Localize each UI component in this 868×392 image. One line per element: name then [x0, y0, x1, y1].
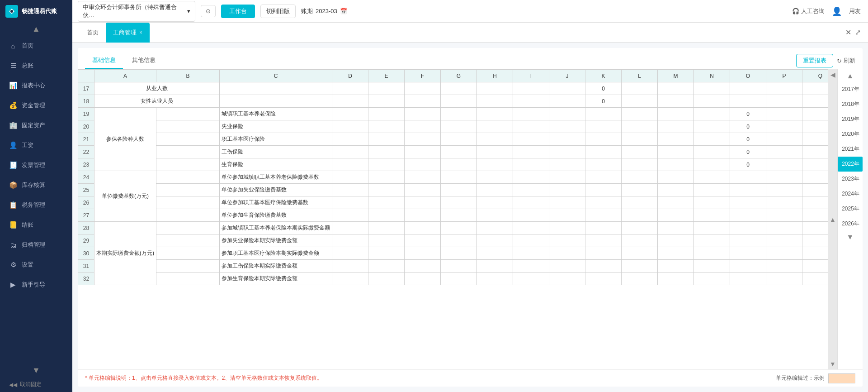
cell-20-m[interactable]	[658, 120, 694, 133]
cell-29-b[interactable]	[156, 234, 220, 247]
year-item-2018[interactable]: 2018年	[838, 97, 863, 112]
copy-button[interactable]: ⊙	[201, 5, 216, 17]
year-nav-down[interactable]: ▼	[845, 231, 856, 243]
cell-30-b[interactable]	[156, 247, 220, 260]
sheet-container[interactable]: A B C D E F G H I J	[78, 69, 828, 369]
cell-21-h[interactable]	[477, 133, 513, 146]
cell-21-q[interactable]	[802, 133, 829, 146]
cell-20-q[interactable]	[802, 120, 829, 133]
cell-20-b[interactable]	[156, 120, 220, 133]
year-item-2022[interactable]: 2022年	[838, 157, 863, 172]
cell-17-g[interactable]	[441, 82, 477, 95]
cell-19-o[interactable]: 0	[730, 108, 766, 120]
cell-21-j[interactable]	[549, 133, 585, 146]
cell-19-i[interactable]	[513, 108, 549, 120]
cell-21-b[interactable]	[156, 133, 220, 146]
cell-19-d[interactable]	[332, 108, 368, 120]
cell-21-m[interactable]	[658, 133, 694, 146]
cell-17-h[interactable]	[477, 82, 513, 95]
cell-23-d[interactable]	[332, 158, 368, 171]
sidebar-item-settings[interactable]: ⚙ 设置	[0, 255, 72, 275]
cell-28-a[interactable]: 本期实际缴费金额(万元)	[94, 222, 156, 285]
cell-22-i[interactable]	[513, 146, 549, 158]
cell-21-o[interactable]: 0	[730, 133, 766, 146]
cell-31-c[interactable]: 参加工伤保险本期实际缴费金额	[220, 260, 332, 272]
cell-19-e[interactable]	[368, 108, 405, 120]
cell-23-e[interactable]	[368, 158, 405, 171]
cell-25-c[interactable]: 单位参加失业保险缴费基数	[220, 184, 332, 196]
cell-18-o[interactable]	[730, 95, 766, 108]
cell-18-n[interactable]	[694, 95, 730, 108]
cell-17-e[interactable]	[368, 82, 405, 95]
cell-23-l[interactable]	[622, 158, 658, 171]
year-item-2025[interactable]: 2025年	[838, 201, 863, 216]
cell-17-f[interactable]	[405, 82, 441, 95]
sidebar-item-archive[interactable]: 🗂 归档管理	[0, 235, 72, 255]
cell-20-d[interactable]	[332, 120, 368, 133]
cell-23-i[interactable]	[513, 158, 549, 171]
cell-18-i[interactable]	[513, 95, 549, 108]
cell-21-f[interactable]	[405, 133, 441, 146]
calendar-icon[interactable]: 📅	[340, 8, 347, 14]
cell-19-c[interactable]: 城镇职工基本养老保险	[220, 108, 332, 120]
edge-down-icon[interactable]: ▼	[830, 360, 836, 368]
year-item-2020[interactable]: 2020年	[838, 127, 863, 142]
sidebar-item-settlement[interactable]: 📒 结账	[0, 215, 72, 235]
cell-19-f[interactable]	[405, 108, 441, 120]
cell-18-q[interactable]	[802, 95, 829, 108]
cell-17-p[interactable]	[766, 82, 802, 95]
cell-26-b[interactable]	[156, 196, 220, 209]
close-tab-icon[interactable]: ✕	[845, 28, 851, 37]
cell-17-q[interactable]	[802, 82, 829, 95]
edge-up-icon[interactable]: ▲	[830, 216, 836, 223]
cell-23-f[interactable]	[405, 158, 441, 171]
cell-17-a[interactable]: 从业人数	[94, 82, 220, 95]
cell-23-j[interactable]	[549, 158, 585, 171]
cell-30-c[interactable]: 参加职工基本医疗保险本期实际缴费金额	[220, 247, 332, 260]
cell-17-c[interactable]	[220, 82, 332, 95]
switch-version-button[interactable]: 切到旧版	[260, 5, 296, 18]
reset-report-button[interactable]: 重置报表	[796, 54, 833, 67]
cell-18-e[interactable]	[368, 95, 405, 108]
cell-22-p[interactable]	[766, 146, 802, 158]
cell-17-o[interactable]	[730, 82, 766, 95]
cell-23-c[interactable]: 生育保险	[220, 158, 332, 171]
cell-20-p[interactable]	[766, 120, 802, 133]
pin-button[interactable]: ◀◀ 取消固定	[0, 377, 72, 392]
cell-29-c[interactable]: 参加失业保险本期实际缴费金额	[220, 234, 332, 247]
cell-17-d[interactable]	[332, 82, 368, 95]
cell-20-o[interactable]: 0	[730, 120, 766, 133]
cell-23-o[interactable]: 0	[730, 158, 766, 171]
cell-21-c[interactable]: 职工基本医疗保险	[220, 133, 332, 146]
cell-23-m[interactable]	[658, 158, 694, 171]
cell-28-c[interactable]: 参加城镇职工基本养老保险本期实际缴费金额	[220, 222, 332, 234]
cell-19-h[interactable]	[477, 108, 513, 120]
sidebar-item-reports[interactable]: 📊 报表中心	[0, 76, 72, 96]
cell-20-l[interactable]	[622, 120, 658, 133]
cell-19-l[interactable]	[622, 108, 658, 120]
cell-22-q[interactable]	[802, 146, 829, 158]
cell-22-j[interactable]	[549, 146, 585, 158]
cell-19-j[interactable]	[549, 108, 585, 120]
tab-close-button[interactable]: ×	[139, 29, 142, 36]
sub-tab-basic[interactable]: 基础信息	[85, 53, 123, 69]
cell-27-c[interactable]: 单位参加生育保险缴费基数	[220, 209, 332, 222]
consult-btn[interactable]: 🎧 人工咨询	[792, 7, 825, 15]
workbench-button[interactable]: 工作台	[221, 5, 255, 18]
sidebar-item-assets[interactable]: 🏢 固定资产	[0, 115, 72, 135]
year-item-2024[interactable]: 2024年	[838, 186, 863, 201]
cell-19-p[interactable]	[766, 108, 802, 120]
cell-17-m[interactable]	[658, 82, 694, 95]
cell-19-m[interactable]	[658, 108, 694, 120]
cell-23-q[interactable]	[802, 158, 829, 171]
cell-21-e[interactable]	[368, 133, 405, 146]
year-nav-up[interactable]: ▲	[845, 70, 856, 82]
cell-18-a[interactable]: 女性从业人员	[94, 95, 220, 108]
cell-17-j[interactable]	[549, 82, 585, 95]
cell-22-f[interactable]	[405, 146, 441, 158]
cell-20-j[interactable]	[549, 120, 585, 133]
cell-18-p[interactable]	[766, 95, 802, 108]
cell-27-b[interactable]	[156, 209, 220, 222]
year-item-2021[interactable]: 2021年	[838, 142, 863, 157]
company-selector[interactable]: 中审众环会计师事务所（特殊普通合伙… ▾	[78, 1, 195, 22]
